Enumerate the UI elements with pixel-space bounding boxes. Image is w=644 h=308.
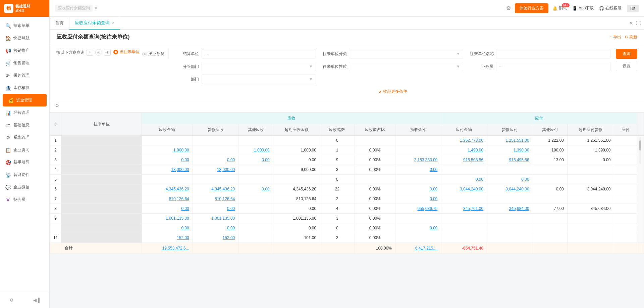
sidebar-item-marketing[interactable]: 📢 营销推广 <box>0 44 49 57</box>
cell-unit <box>61 223 142 233</box>
sidebar-item-operation[interactable]: 📊 经营管理 <box>0 106 49 119</box>
filter-add-btn[interactable]: + <box>87 49 93 56</box>
table-row: 91,001,135.001,001,135.001,001,135.0030.… <box>50 214 644 223</box>
footer-ar-advance[interactable]: 6,417,215.... <box>395 243 441 254</box>
sidebar-collapse-btn[interactable]: ◀▐ <box>30 296 43 305</box>
cell-num: 11 <box>50 233 61 243</box>
sidebar-item-label: 新手引导 <box>13 160 30 165</box>
trial-button[interactable]: 体验行业方案 <box>515 3 548 13</box>
dept-input[interactable]: ▼ <box>202 75 316 84</box>
notification-badge: 99+ <box>562 3 570 7</box>
filter-settings-circle-btn[interactable]: ◎ <box>95 49 102 56</box>
phone-icon: 📱 <box>572 6 577 11</box>
logo-icon: 畅 <box>4 4 13 13</box>
filter-field-dept-manage: 分管部门 ▼ <box>175 62 316 71</box>
sidebar-item-finance[interactable]: 💰 资金管理 <box>3 94 47 106</box>
cell-num: 4 <box>50 165 61 175</box>
dept-manage-arrow-icon: ▼ <box>309 64 313 69</box>
footer-ar-ratio: 100.00% <box>355 243 395 254</box>
salesperson-dots: ··· <box>499 64 502 69</box>
footer-ar-amount[interactable]: 19,553,472,6... <box>142 243 193 254</box>
filter-field-settlement-unit: 结算单位 ··· <box>175 49 316 58</box>
inventory-icon: 🏦 <box>5 85 11 91</box>
dept-manage-input[interactable]: ▼ <box>202 62 316 71</box>
sidebar-item-member[interactable]: V 畅会员 <box>0 193 49 206</box>
footer-label: 合计 <box>61 243 142 254</box>
filter-collapse-btn[interactable]: ≪ <box>104 49 111 56</box>
sidebar-item-hardware[interactable]: 📡 智能硬件 <box>0 169 49 181</box>
topbar-settings-icon[interactable]: ⚙ <box>506 5 511 11</box>
cell-num: 2 <box>50 145 61 155</box>
notifications-btn[interactable]: 🔔 消息 99+ <box>552 5 567 11</box>
online-service-btn[interactable]: 🎧 在线客服 <box>599 5 622 11</box>
salesperson-input[interactable]: ··· <box>496 62 610 71</box>
sidebar-item-label: 快捷导航 <box>13 35 30 41</box>
unit-nature-input[interactable]: ▼ <box>349 62 463 71</box>
settings-button[interactable]: 设置 <box>616 61 637 71</box>
refresh-button[interactable]: ↻ 刷新 <box>625 34 637 40</box>
sidebar: 畅 畅捷通财 标准版 🔍 搜索菜单 🏠 快捷导航 📢 营销推广 🛒 销售管理 🛍… <box>0 0 50 308</box>
sidebar-item-guide[interactable]: 🎯 新手引导 <box>0 156 49 169</box>
footer-ar-other <box>238 243 273 254</box>
scrollbar-col <box>637 136 644 243</box>
sidebar-settings-btn[interactable]: ⚙ <box>6 296 17 305</box>
sidebar-item-collab[interactable]: 📋 企业协同 <box>0 144 49 156</box>
scheme-dot-inner-inactive <box>144 53 146 55</box>
tab-maximize-icon[interactable]: ⛶ <box>636 20 641 26</box>
sidebar-item-sales[interactable]: 🛒 销售管理 <box>0 57 49 69</box>
table-footer-row: 合计 19,553,472,6... 100.00% 6,417,215....… <box>50 243 644 254</box>
sidebar-item-system[interactable]: ⚙ 系统管理 <box>0 131 49 144</box>
salesperson-label: 业务员 <box>470 64 493 70</box>
sidebar-item-inventory[interactable]: 🏦 库存核算 <box>0 82 49 94</box>
filter-scheme-by-staff[interactable]: 按业务员 <box>142 51 164 57</box>
app-download-label: App下载 <box>579 5 594 11</box>
collapse-caret-icon: ∧ <box>379 89 382 94</box>
bell-icon: 🔔 <box>552 6 557 11</box>
cell-num: 8 <box>50 204 61 214</box>
tab-close-icon[interactable]: ✕ <box>112 21 114 25</box>
col-unit-name: 往来单位 <box>61 113 142 136</box>
marketing-icon: 📢 <box>5 48 11 53</box>
footer-ap-amount: -654,751.40 <box>441 243 487 254</box>
settlement-unit-input[interactable]: ··· <box>202 49 316 58</box>
sidebar-item-wechat[interactable]: 💬 企业微信 <box>0 181 49 193</box>
cell-unit <box>61 165 142 175</box>
page-title: 应收应付余额查询(按往来单位) <box>56 34 130 41</box>
page-header-actions: ↑ 导出 ↻ 刷新 <box>610 34 637 40</box>
sidebar-footer: ⚙ ◀▐ <box>0 292 49 308</box>
unit-nature-arrow-icon: ▼ <box>456 64 460 69</box>
table-row: 418,000.0018,000.009,000.0030.00%0.00 <box>50 165 644 175</box>
unit-category-input[interactable]: ▼ <box>349 49 463 58</box>
filter-area: 按以下方案查询 + ◎ ≪ 按往来单位 <box>50 45 644 100</box>
cell-unit <box>61 155 142 165</box>
app-download-btn[interactable]: 📱 App下载 <box>572 5 594 11</box>
filter-collapse-toggle[interactable]: ∧ 收起更多条件 <box>175 87 610 96</box>
tab-close-all-icon[interactable]: ✕ <box>629 20 633 26</box>
query-button[interactable]: 查询 <box>616 49 637 59</box>
filter-action-buttons: 查询 设置 <box>616 49 637 71</box>
filter-field-dept: 部门 ▼ <box>175 75 316 84</box>
sidebar-item-purchase[interactable]: 🛍 采购管理 <box>0 69 49 82</box>
table-row: 500.000.00 <box>50 175 644 184</box>
sidebar-item-label: 采购管理 <box>13 73 30 78</box>
filter-scheme-by-unit[interactable]: 按往来单位 <box>113 49 140 55</box>
unit-nature-label: 往来单位性质 <box>323 64 346 70</box>
tab-home[interactable]: 首页 <box>50 17 69 30</box>
table-settings-icon[interactable]: ⚙ <box>55 103 62 109</box>
col-ar-advance: 预收余额 <box>395 124 441 136</box>
page-wrapper: 应收应付余额查询(按往来单位) ↑ 导出 ↻ 刷新 按以下方案查询 <box>50 30 644 308</box>
export-button[interactable]: ↑ 导出 <box>610 34 621 40</box>
tab-arbalance[interactable]: 应收应付余额查询 ✕ <box>69 17 120 30</box>
sidebar-item-search[interactable]: 🔍 搜索菜单 <box>0 19 49 32</box>
table-row: 101,252,773.001,251,551.001,222.001,251,… <box>50 136 644 145</box>
cell-num: 6 <box>50 184 61 194</box>
refresh-label: 刷新 <box>629 34 637 40</box>
breadcrumb: 应收应付余额查询 ▼ <box>55 5 502 12</box>
footer-ar-loan <box>193 243 238 254</box>
unit-name-input[interactable] <box>496 49 610 58</box>
sidebar-item-label: 资金管理 <box>16 97 32 103</box>
sidebar-item-basic[interactable]: 🗃 基础信息 <box>0 119 49 131</box>
topbar: 应收应付余额查询 ▼ ⚙ 体验行业方案 🔔 消息 99+ 📱 App下载 🎧 在… <box>50 0 644 17</box>
user-avatar[interactable]: Rit <box>627 5 639 12</box>
sidebar-item-quicknav[interactable]: 🏠 快捷导航 <box>0 32 49 44</box>
